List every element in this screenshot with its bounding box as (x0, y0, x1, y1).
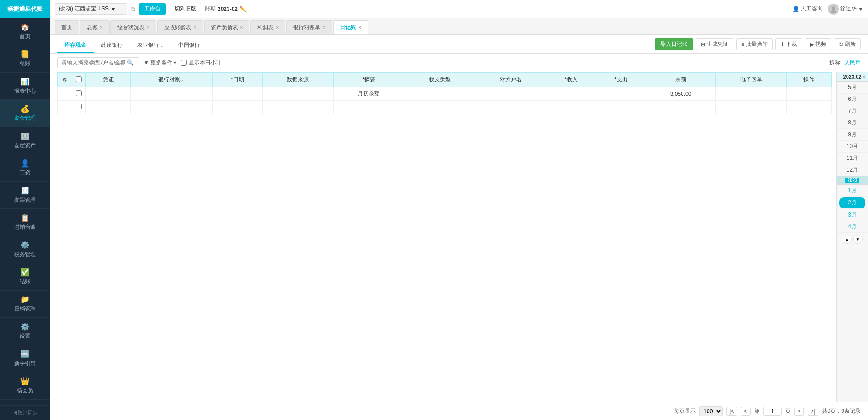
sidebar-item-fixed[interactable]: 🏢 固定资产 (0, 127, 50, 154)
currency-value: 人民币 (844, 59, 861, 67)
tab-bank-reconcile-close[interactable]: × (323, 25, 325, 30)
sidebar-item-capital[interactable]: 💰 资金管理 (0, 100, 50, 127)
company-selector[interactable]: (勿动) 江西超宝-LSS ▼ (55, 3, 127, 15)
video-button[interactable]: ▶ 视频 (805, 38, 831, 50)
search-input[interactable] (61, 59, 125, 66)
tab-assets-label: 资产负债表 (211, 24, 238, 31)
user-profile[interactable]: 徐逞华 ▼ (828, 4, 863, 15)
user-name-label: 徐逞华 (840, 5, 857, 13)
refresh-button[interactable]: ↻ 刷新 (834, 38, 861, 50)
tab-receivable-close[interactable]: × (194, 25, 196, 30)
ledger-icon: 📒 (20, 50, 30, 59)
cell-ereceipt (716, 87, 787, 101)
calendar-month-sep2022[interactable]: 9月 (837, 129, 868, 141)
next-page-button[interactable]: > (794, 407, 804, 416)
sub-tab-china-label: 中国银行 (178, 42, 200, 48)
tab-profit[interactable]: 利润表 × (250, 20, 285, 34)
col-settings[interactable]: ⚙ (58, 73, 72, 87)
old-version-button[interactable]: 切到旧版 (170, 3, 201, 15)
first-page-button[interactable]: |< (726, 407, 737, 416)
table-row (58, 101, 832, 114)
cell-date (212, 87, 262, 101)
batch-ops-button[interactable]: ≡ 批量操作 (736, 38, 773, 50)
sidebar-item-guide[interactable]: 🆕 新手引导 (0, 345, 50, 372)
cell-income (546, 87, 596, 101)
search-box[interactable]: 🔍 (57, 57, 139, 68)
vip-icon: 👑 (20, 377, 30, 385)
calendar-down-button[interactable]: ▼ (853, 235, 863, 244)
page-number-input[interactable] (763, 407, 782, 416)
sidebar-item-report[interactable]: 📊 报表中心 (0, 73, 50, 100)
tab-ledger[interactable]: 总账 × (80, 20, 110, 34)
calendar-month-jan2023[interactable]: 1月 (837, 185, 868, 197)
tab-home[interactable]: 首页 (55, 20, 79, 34)
tab-bank-reconcile[interactable]: 银行对账单 × (286, 20, 332, 34)
sub-tab-construction[interactable]: 建设银行 (94, 39, 130, 53)
calendar-month-nov2022[interactable]: 11月 (837, 153, 868, 164)
sidebar-item-checkout[interactable]: ✅ 结账 (0, 263, 50, 291)
sub-tab-china[interactable]: 中国银行 (171, 39, 207, 53)
period-edit-icon[interactable]: ✏️ (239, 6, 246, 12)
sub-tab-agriculture[interactable]: 农业银行... (130, 39, 171, 53)
cell-checkbox[interactable] (72, 101, 86, 114)
prev-page-button[interactable]: < (741, 407, 750, 416)
sidebar-item-ledger[interactable]: 📒 总账 (0, 45, 50, 73)
calendar-month-apr2023[interactable]: 4月 (837, 221, 868, 233)
sidebar-item-tax[interactable]: ⚙️ 税务管理 (0, 236, 50, 263)
col-checkbox[interactable] (72, 73, 86, 87)
calendar-close-button[interactable]: × (863, 74, 865, 79)
cell-checkbox[interactable] (72, 87, 86, 101)
calendar-month-dec2022[interactable]: 12月 (837, 164, 868, 176)
calendar-month-feb2023[interactable]: 2月 (839, 197, 865, 209)
tab-assets-close[interactable]: × (240, 25, 243, 30)
workspace-button[interactable]: 工作台 (139, 3, 166, 15)
sidebar-item-home[interactable]: 🏠 首页 (0, 18, 50, 45)
calendar-month-may2022[interactable]: 5月 (837, 82, 868, 94)
more-filter-button[interactable]: ▼ 更多条件 ▾ (144, 59, 176, 67)
tab-business-close[interactable]: × (147, 25, 150, 30)
show-daily-total-checkbox[interactable]: 显示本日小计 (181, 59, 221, 67)
sidebar-label-invoice: 发票管理 (14, 196, 36, 204)
customer-service[interactable]: 👤 人工咨询 (793, 5, 823, 13)
calendar-month-oct2022[interactable]: 10月 (837, 141, 868, 153)
sidebar-item-archive[interactable]: 📁 归档管理 (0, 291, 50, 318)
generate-voucher-button[interactable]: ⊞ 生成凭证 (696, 38, 733, 50)
copy-icon[interactable]: ⧉ (131, 6, 135, 12)
cell-bank (130, 101, 212, 114)
saletax-icon: 📋 (20, 213, 30, 222)
calendar-month-jul2022[interactable]: 7月 (837, 105, 868, 117)
settings-icon: ⚙️ (20, 322, 30, 331)
col-voucher: 凭证 (86, 73, 131, 87)
import-journal-button[interactable]: 导入日记账 (655, 38, 693, 50)
cell-voucher (86, 101, 131, 114)
tab-assets[interactable]: 资产负债表 × (204, 20, 250, 34)
sidebar-item-salary[interactable]: 👤 工资 (0, 154, 50, 182)
tab-business[interactable]: 经营状况表 × (110, 20, 156, 34)
sub-tab-construction-label: 建设银行 (101, 42, 123, 48)
tab-ledger-close[interactable]: × (100, 25, 103, 30)
calendar-month-jun2022[interactable]: 6月 (837, 94, 868, 105)
top-bar: (勿动) 江西超宝-LSS ▼ ⧉ 工作台 切到旧版 账期 2023-02 ✏️… (50, 0, 868, 18)
calendar-up-button[interactable]: ▲ (843, 235, 852, 244)
select-all-checkbox[interactable] (76, 76, 82, 82)
calendar-month-aug2022[interactable]: 8月 (837, 117, 868, 129)
page-size-select[interactable]: 50 100 200 (699, 406, 723, 416)
sidebar-item-vip[interactable]: 👑 畅会员 (0, 372, 50, 400)
sub-tab-cash[interactable]: 库存现金 (57, 39, 94, 53)
cell-income (546, 101, 596, 114)
sidebar-item-saletax[interactable]: 📋 进销台账 (0, 209, 50, 236)
tab-profit-close[interactable]: × (276, 25, 279, 30)
download-button[interactable]: ⬇ 下载 (775, 38, 802, 50)
daily-total-check[interactable] (181, 60, 187, 66)
sidebar-item-settings[interactable]: ⚙️ 设置 (0, 318, 50, 345)
unpin-sidebar[interactable]: ◀取消固定 (0, 405, 50, 420)
checkout-icon: ✅ (20, 268, 30, 277)
tab-receivable[interactable]: 应收账龄表 × (157, 20, 203, 34)
calendar-year-2023[interactable]: 2023 (837, 176, 868, 185)
tab-journal-close[interactable]: × (359, 25, 361, 30)
last-page-button[interactable]: >| (808, 407, 818, 416)
calendar-month-mar2023[interactable]: 3月 (837, 209, 868, 221)
tab-journal[interactable]: 日记账 × (333, 20, 368, 34)
sidebar-item-invoice[interactable]: 🧾 发票管理 (0, 182, 50, 209)
table-container: ⚙ 凭证 银行对账... *日期 数据来源 *摘要 收支类型 对方户名 (50, 72, 868, 402)
